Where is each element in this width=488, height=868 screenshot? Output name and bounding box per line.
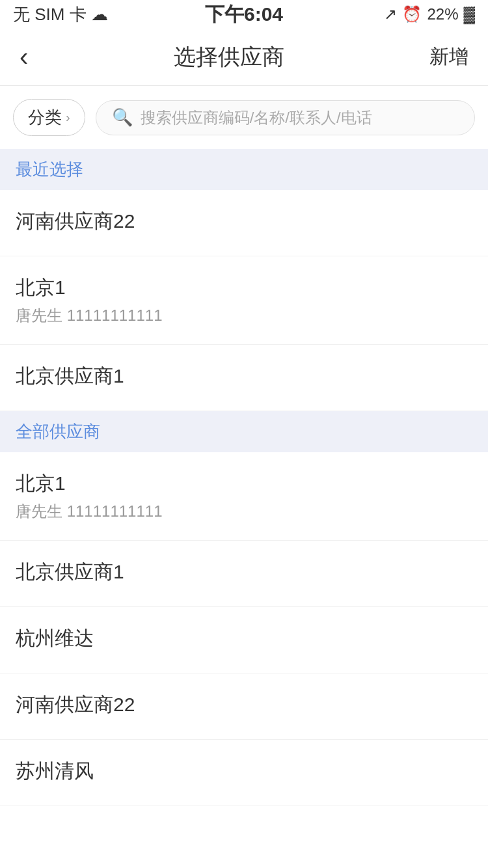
item-sub: 唐先生 11111111111 — [16, 501, 472, 522]
status-right: ↗ ⏰ 22% ▓ — [384, 5, 475, 23]
search-icon: 🔍 — [112, 107, 133, 128]
item-name: 河南供应商22 — [16, 208, 472, 235]
all-items-list: 北京1唐先生 11111111111北京供应商1杭州维达河南供应商22苏州清风 — [0, 452, 488, 806]
item-name: 杭州维达 — [16, 625, 472, 652]
chevron-right-icon: › — [66, 110, 70, 125]
item-name: 河南供应商22 — [16, 692, 472, 718]
back-button[interactable]: ‹ — [20, 42, 28, 72]
list-item[interactable]: 苏州清风 — [0, 740, 488, 806]
all-section-header: 全部供应商 — [0, 411, 488, 452]
all-section-label: 全部供应商 — [16, 422, 100, 441]
recent-section-header: 最近选择 — [0, 149, 488, 190]
status-left: 无 SIM 卡 ☁ — [13, 3, 108, 26]
status-time: 下午6:04 — [205, 1, 283, 28]
item-name: 北京供应商1 — [16, 559, 472, 586]
alarm-icon: ⏰ — [402, 5, 422, 23]
list-item[interactable]: 河南供应商22 — [0, 673, 488, 740]
list-item[interactable]: 北京1唐先生 11111111111 — [0, 452, 488, 541]
battery-label: 22% — [427, 5, 458, 23]
status-bar: 无 SIM 卡 ☁ 下午6:04 ↗ ⏰ 22% ▓ — [0, 0, 488, 29]
search-placeholder: 搜索供应商编码/名称/联系人/电话 — [141, 107, 372, 128]
list-item[interactable]: 北京供应商1 — [0, 541, 488, 607]
battery-icon: ▓ — [464, 5, 476, 23]
list-item[interactable]: 北京1唐先生 11111111111 — [0, 256, 488, 345]
item-name: 北京1 — [16, 275, 472, 301]
list-item[interactable]: 河南供应商22 — [0, 190, 488, 256]
sim-label: 无 SIM 卡 ☁ — [13, 3, 108, 26]
nav-bar: ‹ 选择供应商 新增 — [0, 29, 488, 86]
category-label: 分类 — [28, 106, 62, 129]
recent-items-list: 河南供应商22北京1唐先生 11111111111北京供应商1 — [0, 190, 488, 411]
add-button[interactable]: 新增 — [429, 44, 468, 70]
search-box[interactable]: 🔍 搜索供应商编码/名称/联系人/电话 — [96, 100, 475, 135]
list-item[interactable]: 杭州维达 — [0, 607, 488, 673]
item-name: 苏州清风 — [16, 758, 472, 785]
item-sub: 唐先生 11111111111 — [16, 305, 472, 326]
category-button[interactable]: 分类 › — [13, 99, 85, 136]
page-title: 选择供应商 — [174, 42, 284, 72]
item-name: 北京供应商1 — [16, 363, 472, 390]
list-item[interactable]: 北京供应商1 — [0, 345, 488, 411]
item-name: 北京1 — [16, 470, 472, 497]
recent-section-label: 最近选择 — [16, 159, 83, 179]
location-icon: ↗ — [384, 5, 397, 23]
search-row: 分类 › 🔍 搜索供应商编码/名称/联系人/电话 — [0, 86, 488, 149]
